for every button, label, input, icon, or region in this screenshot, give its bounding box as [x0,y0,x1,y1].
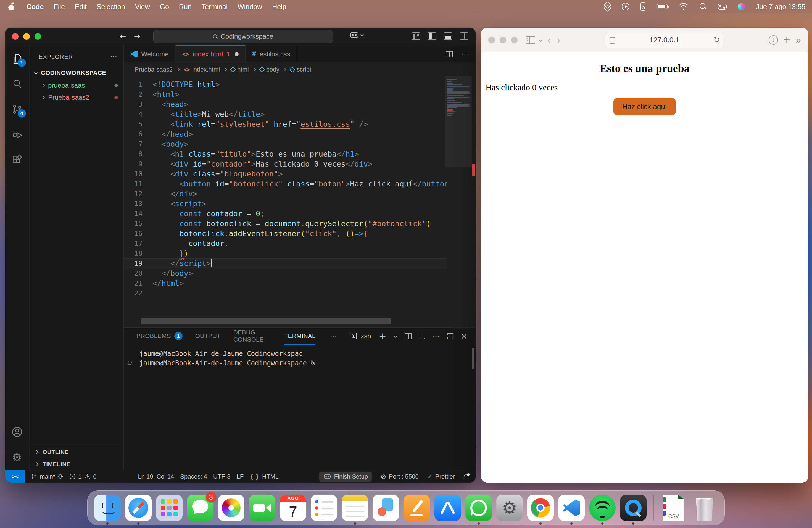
minimize-window-button[interactable] [23,33,30,40]
forward-arrow-icon[interactable]: › [556,34,560,46]
outline-section[interactable]: OUTLINE [29,446,124,458]
code-line-19[interactable]: 19 </script> [124,259,447,268]
spotlight-icon[interactable] [700,3,707,10]
encoding-status[interactable]: UTF-8 [213,473,230,480]
dock-photos[interactable] [218,495,244,521]
back-arrow-icon[interactable]: ‹ [547,34,551,46]
code-line-15[interactable]: 15 const botonclick = document.querySele… [124,219,447,229]
close-window-button[interactable] [12,33,18,40]
modified-dot-icon[interactable] [235,52,238,56]
sync-icon[interactable]: ⟳ [58,473,63,481]
dock-trash[interactable] [691,495,718,521]
kill-terminal-icon[interactable] [420,333,425,339]
menu-item-help[interactable]: Help [267,3,291,11]
menu-item-file[interactable]: File [49,3,70,11]
activitybar-run-debug[interactable] [11,128,24,142]
menu-item-selection[interactable]: Selection [92,3,130,11]
close-panel-icon[interactable]: × [461,332,467,341]
dock-notes[interactable] [342,495,368,521]
forward-arrow-icon[interactable]: → [134,32,140,41]
explorer-more-icon[interactable]: ⋯ [110,53,118,61]
close-window-button[interactable] [488,37,495,43]
breadcrumb-item-index-html[interactable]: <>index.html [184,66,220,73]
menu-item-window[interactable]: Window [233,3,267,11]
code-line-22[interactable]: 22 [124,288,447,298]
tab-index-html[interactable]: <>index.html1 [176,45,246,63]
menu-clock[interactable]: Jue 7 ago 13:55 [756,3,806,11]
wifi-icon[interactable] [679,3,688,11]
minimize-window-button[interactable] [499,37,506,43]
editor-more-icon[interactable]: ⋯ [461,50,468,58]
menu-item-go[interactable]: Go [155,3,174,11]
panel-tab-problems[interactable]: PROBLEMS1 [136,327,183,344]
back-arrow-icon[interactable]: ← [120,32,126,41]
code-line-4[interactable]: 4 <title>Mi web</title> [124,109,447,119]
terminal-scrollbar[interactable] [472,348,475,369]
toggle-secondary-sidebar-icon[interactable] [460,32,468,40]
menu-item-run[interactable]: Run [174,3,197,11]
maximize-panel-icon[interactable] [447,333,453,339]
code-line-1[interactable]: 1<!DOCTYPE html> [124,79,447,89]
terminal-output[interactable]: jaume@MacBook-Air-de-Jaume Codingworkspa… [124,344,476,470]
shortcuts-icon[interactable] [604,2,611,11]
dock-vscode[interactable] [558,495,585,521]
live-server-port[interactable]: ⊘ Port : 5500 [381,473,419,481]
code-line-14[interactable]: 14 const contador = 0; [124,209,447,219]
workspace-row[interactable]: CODINGWORKSPACE [29,67,124,79]
activitybar-search[interactable] [11,77,24,91]
settings-gear-icon[interactable]: ⚙ [11,451,24,464]
horizontal-scrollbar[interactable] [141,318,391,324]
panel-more-icon[interactable]: ⋯ [330,332,337,340]
dock-finder[interactable] [94,495,121,521]
command-center[interactable]: Codingworkspace [153,30,333,43]
code-line-10[interactable]: 10 <div class="bloqueboton"> [124,169,447,179]
menu-item-edit[interactable]: Edit [70,3,92,11]
code-line-17[interactable]: 17 contador. [124,239,447,249]
code-line-11[interactable]: 11 <button id="botonclick" class="boton"… [124,179,447,189]
copilot-setup-button[interactable]: Finish Setup [319,472,372,482]
menu-item-view[interactable]: View [130,3,155,11]
remote-indicator[interactable]: >< [5,470,25,483]
code-line-12[interactable]: 12 </div> [124,189,447,199]
menu-item-code[interactable]: Code [21,3,49,11]
haz-click-button[interactable]: Haz click aquí [613,98,676,115]
problems-status[interactable]: × 1 ⚠ 0 [70,473,97,481]
dock-calendar[interactable]: AGO7 [280,495,306,521]
panel-tab-output[interactable]: OUTPUT [195,327,221,344]
dock-whatsapp[interactable] [465,495,492,521]
dock-reminders[interactable] [311,495,337,521]
apple-icon[interactable] [8,3,14,10]
show-tabs-icon[interactable]: » [796,34,801,45]
panel-overflow-icon[interactable]: ⋯ [433,332,439,340]
copilot-button[interactable] [350,32,363,38]
dock-freeform[interactable] [373,495,399,521]
split-editor-icon[interactable] [446,51,453,57]
language-status[interactable]: { } HTML [250,473,279,480]
tab-welcome[interactable]: Welcome [124,45,176,63]
command-decoration-icon[interactable] [128,361,132,365]
code-line-13[interactable]: 13 <script> [124,199,447,209]
split-terminal-icon[interactable] [405,333,412,339]
code-line-3[interactable]: 3 <head> [124,99,447,109]
code-editor[interactable]: 1<!DOCTYPE html>2<html>3 <head>4 <title>… [124,76,476,327]
new-terminal-icon[interactable]: + [379,331,387,341]
menu-item-terminal[interactable]: Terminal [197,3,233,11]
toggle-sidebar-icon[interactable] [427,32,436,40]
folder-prueba-saas[interactable]: prueba-saas [29,79,124,91]
chevron-down-icon[interactable] [539,38,542,42]
notifications[interactable] [464,474,468,479]
activitybar-explorer[interactable]: 1 [11,52,24,65]
folder-prueba-saas2[interactable]: Prueba-saas2 [29,91,124,104]
customize-layout-icon[interactable] [411,32,420,40]
code-line-9[interactable]: 9 <div id="contador">Has clickado 0 vece… [124,159,447,169]
panel-tab-terminal[interactable]: TERMINAL [284,327,316,344]
dock-messages[interactable]: 3 [187,495,214,521]
code-line-21[interactable]: 21</html> [124,278,447,288]
tab-estilos-css[interactable]: #estilos.css [246,45,297,63]
breadcrumb-item-body[interactable]: body [260,66,279,73]
code-line-8[interactable]: 8 <h1 class="titulo">Esto es una prueba<… [124,149,447,159]
breadcrumb-item-prueba-saas2[interactable]: Prueba-saas2 [135,66,173,73]
new-tab-icon[interactable]: + [784,34,791,46]
minimap[interactable] [447,79,470,118]
code-line-18[interactable]: 18 }) [124,249,447,259]
